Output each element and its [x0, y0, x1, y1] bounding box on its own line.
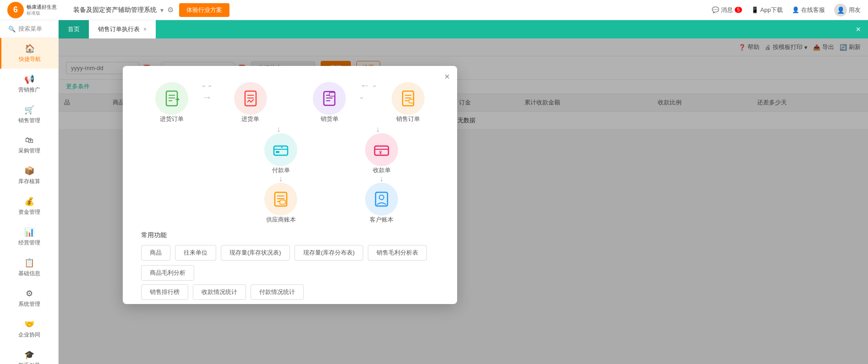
- common-btn-payment-stat[interactable]: 付款情况统计: [251, 284, 304, 300]
- finance-icon: 💰: [24, 196, 34, 206]
- system-title: 装备及固定资产辅助管理系统 ▾: [73, 6, 167, 14]
- sidebar-item-enterprise[interactable]: 🤝 企业协同: [0, 314, 58, 344]
- modal-overlay: × 进货订单: [59, 38, 868, 364]
- system-icon: ⚙: [26, 288, 33, 299]
- node-purchase-order[interactable]: 进货订单: [141, 82, 202, 123]
- node-customer-account[interactable]: 客户账本: [343, 183, 420, 224]
- svg-text:¥: ¥: [281, 145, 283, 149]
- sales-bill-circle: [313, 82, 346, 115]
- common-btns-row1: 商品 往来单位 现存量(库存状况表) 现存量(库存分布表) 销售毛利分析表 商品…: [141, 245, 439, 281]
- svg-rect-19: [276, 151, 279, 153]
- sidebar-item-purchase[interactable]: 🛍 采购管理: [0, 130, 58, 160]
- sidebar-item-system[interactable]: ⚙ 系统管理: [0, 283, 58, 314]
- sales-order-circle: [392, 82, 425, 115]
- business-icon: 📊: [24, 227, 34, 237]
- flow-row-2: ¥ 付款单 ¥: [141, 133, 439, 174]
- sidebar-item-basic-info[interactable]: 📋 基础信息: [0, 252, 58, 283]
- trial-button[interactable]: 体验行业方案: [179, 3, 229, 17]
- supplier-account-circle: [264, 183, 297, 216]
- logo-icon: 6: [7, 2, 24, 18]
- avatar: 👤: [834, 4, 847, 16]
- v-arrow-3: ↓: [242, 174, 320, 183]
- sidebar-item-finance[interactable]: 💰 资金管理: [0, 191, 58, 222]
- common-btn-goods-margin[interactable]: 商品毛利分析: [141, 265, 194, 281]
- online-service-item[interactable]: 👤 在线客服: [792, 6, 825, 14]
- modal-close-button[interactable]: ×: [444, 71, 450, 82]
- flow-row-3: 供应商账本 客户账本: [141, 183, 439, 224]
- common-functions-title: 常用功能: [141, 231, 439, 239]
- logo-area: 6 畅康通好生意 标准版: [7, 2, 66, 18]
- common-btn-goods[interactable]: 商品: [141, 245, 170, 261]
- sidebar-item-newbie[interactable]: 🎓 新手引导: [0, 344, 58, 364]
- customer-account-circle: [365, 183, 398, 216]
- newbie-icon: 🎓: [24, 350, 34, 360]
- app-container: 6 畅康通好生意 标准版 装备及固定资产辅助管理系统 ▾ ⚙ 体验行业方案 💬 …: [0, 0, 868, 364]
- node-sales-order[interactable]: 销售订单: [378, 82, 439, 123]
- common-btn-sales-margin[interactable]: 销售毛利分析表: [368, 245, 427, 261]
- phone-icon: 📱: [751, 6, 759, 13]
- sales-icon: 🛒: [24, 105, 34, 115]
- v-arrow-1: ↓: [240, 125, 317, 133]
- node-sales-bill[interactable]: 销货单: [299, 82, 360, 123]
- modal-body: 进货订单 - - →: [123, 66, 457, 304]
- common-btn-stock-status[interactable]: 现存量(库存状况表): [221, 245, 290, 261]
- purchase-bill-circle: [234, 82, 267, 115]
- window-close-btn[interactable]: ×: [856, 25, 861, 34]
- customer-account-label: 客户账本: [370, 216, 393, 224]
- node-supplier-account[interactable]: 供应商账本: [242, 183, 320, 224]
- common-btn-stock-dist[interactable]: 现存量(库存分布表): [295, 245, 364, 261]
- common-btn-partners[interactable]: 往来单位: [175, 245, 216, 261]
- sidebar-item-business[interactable]: 📊 经营管理: [0, 222, 58, 252]
- page-content: ❓ 帮助 🖨 按模板打印 ▾ 📤 导出 🔄 刷新: [59, 38, 868, 364]
- inventory-icon: 📦: [24, 166, 34, 176]
- payment-bill-circle: ¥: [264, 133, 297, 166]
- basic-info-icon: 📋: [24, 258, 34, 268]
- arrow-1: - - →: [202, 80, 220, 125]
- message-item[interactable]: 💬 消息 5: [712, 6, 742, 14]
- node-receipt-bill[interactable]: ¥ 收款单: [343, 133, 420, 174]
- sales-bill-label: 销货单: [321, 115, 338, 123]
- sales-order-label: 销售订单: [396, 115, 420, 123]
- flow-arrows-row2: ↓ ↓: [141, 174, 439, 183]
- top-bar: 6 畅康通好生意 标准版 装备及固定资产辅助管理系统 ▾ ⚙ 体验行业方案 💬 …: [0, 0, 868, 20]
- logo-text: 畅康通好生意 标准版: [27, 4, 57, 16]
- purchase-bill-label: 进货单: [241, 115, 259, 123]
- supplier-account-label: 供应商账本: [266, 216, 296, 224]
- service-icon: 👤: [792, 6, 799, 13]
- dropdown-icon[interactable]: ▾: [160, 6, 164, 14]
- svg-text:¥: ¥: [379, 150, 382, 155]
- v-arrow-4: ↓: [343, 174, 420, 183]
- common-functions: 常用功能 商品 往来单位 现存量(库存状况表) 现存量(库存分布表) 销售毛利分…: [141, 231, 439, 300]
- tab-close-icon[interactable]: ×: [143, 26, 147, 33]
- app-download-item[interactable]: 📱 App下载: [751, 6, 783, 14]
- sidebar-item-marketing[interactable]: 📢 营销推广: [0, 69, 58, 99]
- common-btn-sales-rank[interactable]: 销售排行榜: [141, 284, 188, 300]
- home-icon: 🏠: [25, 43, 35, 54]
- settings-icon[interactable]: ⚙: [167, 5, 174, 14]
- svg-rect-11: [329, 92, 335, 96]
- node-purchase-bill[interactable]: 进货单: [220, 82, 281, 123]
- sidebar-item-inventory[interactable]: 📦 库存核算: [0, 160, 58, 191]
- search-icon: 🔍: [8, 26, 16, 33]
- purchase-icon: 🛍: [25, 136, 33, 145]
- svg-rect-16: [409, 99, 414, 103]
- tab-sales-order[interactable]: 销售订单执行表 ×: [89, 20, 156, 38]
- flow-row-1: 进货订单 - - →: [141, 80, 439, 125]
- svg-rect-28: [280, 200, 285, 204]
- sidebar-item-sales[interactable]: 🛒 销售管理: [0, 99, 58, 130]
- tab-home[interactable]: 首页: [59, 20, 89, 38]
- node-payment-bill[interactable]: ¥ 付款单: [242, 133, 320, 174]
- sidebar-item-quick-nav[interactable]: 🏠 快捷导航: [0, 38, 58, 69]
- payment-bill-label: 付款单: [272, 166, 290, 174]
- receipt-bill-circle: ¥: [365, 133, 398, 166]
- marketing-icon: 📢: [24, 74, 34, 84]
- common-btns-row2: 销售排行榜 收款情况统计 付款情况统计: [141, 284, 439, 300]
- purchase-order-label: 进货订单: [160, 115, 184, 123]
- sidebar: 🔍 搜索菜单 🏠 快捷导航 📢 营销推广 🛒 销售管理 🛍 采购管理 📦: [0, 20, 59, 364]
- enterprise-icon: 🤝: [24, 319, 34, 329]
- purchase-order-circle: [155, 82, 188, 115]
- modal: × 进货订单: [123, 66, 457, 304]
- common-btn-receipt-stat[interactable]: 收款情况统计: [193, 284, 246, 300]
- user-item[interactable]: 👤 用友: [834, 4, 861, 16]
- sidebar-search[interactable]: 🔍 搜索菜单: [0, 20, 58, 38]
